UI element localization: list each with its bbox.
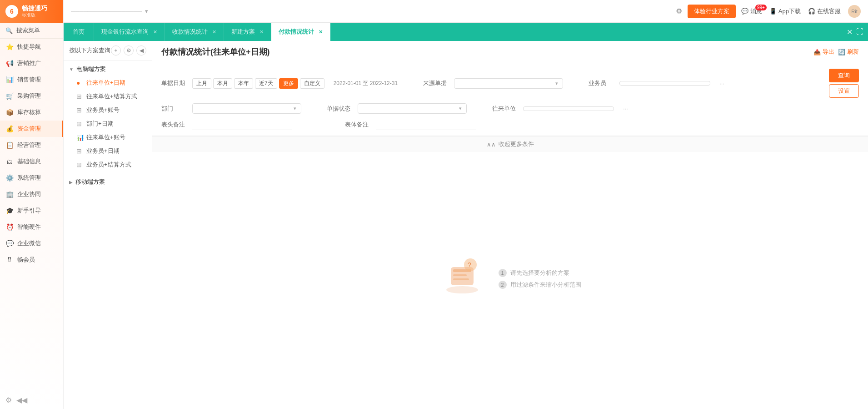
mobile-group-label: 移动端方案 [75, 178, 105, 186]
scheme-collapse-btn[interactable]: ◀ [136, 45, 146, 56]
sidebar-item-vip[interactable]: 🎖 畅会员 [0, 252, 63, 268]
scheme-active-icon: ● [76, 79, 84, 86]
enterprise-icon: 🏢 [5, 191, 14, 198]
tab-bank-label: 现金银行流水查询 [101, 28, 149, 36]
scheme-panel-title: 按以下方案查询 [69, 46, 111, 55]
sidebar-item-sales[interactable]: 📊 销售管理 [0, 71, 63, 88]
sidebar-item-quick-nav[interactable]: ⭐ 快捷导航 [0, 39, 63, 55]
salesman-label: 业务员 [589, 79, 612, 87]
body-note-input[interactable] [376, 119, 476, 130]
source-voucher-select[interactable]: ▾ [454, 78, 563, 89]
headset-icon: 🎧 [808, 8, 815, 15]
tab-maximize-icon[interactable]: ⛶ [856, 28, 863, 36]
refresh-button[interactable]: 🔄 刷新 [838, 48, 859, 56]
search-icon: 🔍 [5, 27, 13, 34]
sidebar-item-sys-mgmt[interactable]: ⚙️ 系统管理 [0, 170, 63, 186]
dept-dropdown-icon: ▾ [294, 106, 296, 111]
desktop-group-label: 电脑端方案 [76, 65, 106, 73]
app-download-btn[interactable]: 📱 App下载 [769, 7, 801, 15]
sidebar-item-label: 库存核算 [17, 108, 41, 116]
tab-receipt-close[interactable]: ✕ [212, 29, 216, 35]
logo-text: 畅捷通巧 标准版 [22, 5, 47, 19]
online-service-btn[interactable]: 🎧 在线客服 [808, 7, 841, 15]
scheme-item-dept-date[interactable]: ⊞ 部门+日期 [64, 117, 152, 131]
query-button[interactable]: 查询 [829, 69, 859, 82]
scheme-item-label: 部门+日期 [86, 120, 114, 128]
sidebar-item-purchase[interactable]: 🛒 采购管理 [0, 88, 63, 104]
user-avatar[interactable]: Rit [848, 5, 861, 18]
date-btn-last-7-days[interactable]: 近7天 [255, 78, 277, 89]
address-dropdown-icon[interactable]: ▾ [145, 8, 148, 15]
tab-close-all-icon[interactable]: ✕ [847, 28, 853, 36]
sidebar-item-marketing[interactable]: 📢 营销推广 [0, 55, 63, 71]
scheme-item-label: 往来单位+账号 [86, 133, 125, 141]
filter-section: 单据日期 上月 本月 本年 近7天 更多 自定义 2022-01-01 至 20… [152, 63, 868, 152]
salesman-select[interactable] [619, 81, 710, 86]
sidebar-item-base-info[interactable]: 🗂 基础信息 [0, 153, 63, 170]
add-scheme-btn[interactable]: + [111, 45, 121, 56]
scheme-item-counterpart-date[interactable]: ● 往来单位+日期 [64, 76, 152, 90]
date-btn-more[interactable]: 更多 [279, 78, 298, 89]
dept-select[interactable]: ▾ [192, 103, 301, 114]
quick-nav-icon: ⭐ [5, 43, 14, 50]
sidebar-item-label: 销售管理 [17, 76, 41, 84]
sidebar-item-finance[interactable]: 💰 资金管理 [0, 121, 63, 137]
voucher-status-select[interactable]: ▾ [358, 103, 467, 114]
date-btn-this-month[interactable]: 本月 [213, 78, 232, 89]
scheme-panel-header: 按以下方案查询 + ⚙ ◀ [64, 41, 152, 61]
counterpart-ellipsis[interactable]: ··· [623, 105, 628, 112]
desktop-group-title[interactable]: ▼ 电脑端方案 [64, 62, 152, 76]
filter-area: 单据日期 上月 本月 本年 近7天 更多 自定义 2022-01-01 至 20… [152, 63, 868, 136]
empty-illustration: ? [439, 253, 485, 299]
sidebar-item-guide[interactable]: 🎓 新手引导 [0, 202, 63, 219]
mobile-group-title[interactable]: ▶ 移动端方案 [64, 175, 152, 189]
tab-bank-close[interactable]: ✕ [153, 29, 157, 35]
collapse-sidebar-icon[interactable]: ◀◀ [16, 396, 27, 404]
tab-new-plan-close[interactable]: ✕ [259, 29, 264, 35]
page-header-actions: 📤 导出 🔄 刷新 [813, 48, 859, 56]
collapse-conditions-bar[interactable]: ∧∧ 收起更多条件 [152, 136, 868, 152]
tab-payment[interactable]: 付款情况统计 ✕ [271, 23, 330, 41]
header-note-input[interactable] [192, 119, 292, 130]
date-btn-last-month[interactable]: 上月 [192, 78, 211, 89]
tab-home[interactable]: 首页 [64, 23, 94, 41]
operations-icon: 📋 [5, 141, 14, 149]
trial-button[interactable]: 体验行业方案 [688, 5, 736, 18]
right-content: 付款情况统计(往来单位+日期) 📤 导出 🔄 刷新 [152, 41, 868, 409]
sidebar-item-inventory[interactable]: 📦 库存核算 [0, 104, 63, 121]
scheme-item-counterpart-settle[interactable]: ⊞ 往来单位+结算方式 [64, 90, 152, 103]
setting-button[interactable]: 设置 [829, 84, 859, 98]
sidebar-item-label: 资金管理 [17, 125, 41, 133]
tab-home-label: 首页 [73, 28, 85, 36]
scheme-item-salesman-date[interactable]: ⊞ 业务员+日期 [64, 144, 152, 158]
message-icon: 💬 [741, 8, 748, 15]
scheme-item-salesman-settle[interactable]: ⊞ 业务员+结算方式 [64, 158, 152, 172]
tab-receipt[interactable]: 收款情况统计 ✕ [165, 23, 224, 41]
search-menu[interactable]: 🔍 搜索菜单 [0, 23, 63, 39]
sidebar-item-wechat[interactable]: 💬 企业微信 [0, 235, 63, 252]
scheme-item-label: 业务员+结算方式 [86, 161, 131, 169]
messages-btn[interactable]: 💬 消息 99+ [741, 7, 762, 15]
page-header: 付款情况统计(往来单位+日期) 📤 导出 🔄 刷新 [152, 41, 868, 63]
sidebar-item-hardware[interactable]: ⏰ 智能硬件 [0, 219, 63, 235]
tab-bank[interactable]: 现金银行流水查询 ✕ [94, 23, 165, 41]
sidebar-item-label: 系统管理 [17, 174, 41, 182]
date-btn-this-year[interactable]: 本年 [234, 78, 253, 89]
counterpart-select[interactable] [523, 106, 614, 111]
scheme-item-counterpart-account[interactable]: 📊 往来单位+账号 [64, 131, 152, 144]
topbar-settings-icon[interactable]: ⚙ [676, 7, 682, 15]
sidebar-item-operations[interactable]: 📋 经营管理 [0, 137, 63, 153]
sidebar-item-enterprise[interactable]: 🏢 企业协同 [0, 186, 63, 202]
hardware-icon: ⏰ [5, 223, 14, 231]
tab-new-plan[interactable]: 新建方案 ✕ [224, 23, 271, 41]
tab-payment-close[interactable]: ✕ [319, 29, 323, 35]
salesman-ellipsis[interactable]: ··· [719, 80, 724, 87]
scheme-settings-btn[interactable]: ⚙ [124, 45, 134, 56]
settings-icon[interactable]: ⚙ [5, 396, 12, 404]
main-area: ───────────────── ▾ ⚙ 体验行业方案 💬 消息 99+ 📱 … [64, 0, 868, 409]
scheme-item-salesman-account[interactable]: ⊞ 业务员+账号 [64, 103, 152, 117]
export-button[interactable]: 📤 导出 [813, 48, 834, 56]
date-btn-custom[interactable]: 自定义 [300, 78, 324, 89]
app-logo: 6 畅捷通巧 标准版 [0, 0, 63, 23]
voucher-status-label: 单据状态 [327, 105, 350, 113]
